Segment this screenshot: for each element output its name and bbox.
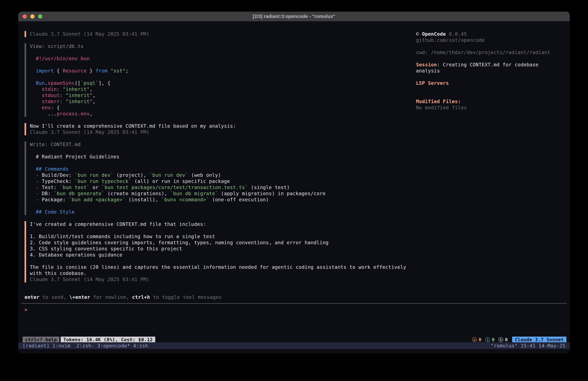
session-sidebar: © OpenCode 0.0.45github.com/sst/opencode… [416,31,570,111]
hint-count: 0 [505,337,508,342]
model-badge: Claude 3.7 Sonnet [512,336,566,343]
prompt-input[interactable]: > [24,307,564,313]
info-icon: i [485,337,490,342]
tool-call-write-block: Write: CONTEXT.md # Radiant Project Guid… [24,141,418,215]
traffic-lights [22,12,42,21]
opencode-tui: Claude 3.7 Sonnet (14 May 2025 03:41 PM)… [18,21,570,354]
warning-icon: w [472,337,477,342]
diagnostics-hint: h 0 [499,337,508,342]
window-titlebar: [2/3] radiant:3:opencode - "romulus" [18,12,570,21]
assistant-summary-message: I've created a comprehensive CONTEXT.md … [24,221,418,283]
tmux-host-clock: "romulus" 15:41 14-May-25 [491,343,566,349]
tmux-windows-list[interactable]: [radiant] 1:nvim 2:zsh- 3:opencode* 4:zs… [22,343,148,349]
assistant-message: Now I'll create a comprehensive CONTEXT.… [24,123,418,135]
minimize-button[interactable] [30,14,35,19]
diagnostics-warning: w 0 [472,337,481,342]
status-bar: ctrl+? help Tokens: 16.4K (8%), Cost: $0… [22,336,566,343]
diagnostics-info: i 0 [485,337,494,342]
warning-count: 0 [479,337,481,342]
chat-history: Claude 3.7 Sonnet (14 May 2025 03:41 PM)… [24,31,418,289]
help-shortcut-badge: ctrl+? help [22,336,59,343]
tokens-cost-badge: Tokens: 16.4K (8%), Cost: $0.12 [61,336,155,343]
keybinding-hint: enter to send, \+enter for newline, ctrl… [24,294,222,300]
tool-call-view-block: View: script/db.ts #!/usr/bin/env bun im… [24,43,418,117]
window-title: [2/3] radiant:3:opencode - "romulus" [253,14,335,19]
info-count: 0 [492,337,494,342]
statusbar-right: w 0 i 0 h 0 Claude 3.7 Sonnet [472,336,566,343]
close-button[interactable] [22,14,27,19]
terminal-window: [2/3] radiant:3:opencode - "romulus" Cla… [18,12,570,354]
hint-icon: h [499,337,503,342]
assistant-message-header: Claude 3.7 Sonnet (14 May 2025 03:41 PM) [24,31,418,37]
input-divider [21,303,567,304]
tmux-status-bar: [radiant] 1:nvim 2:zsh- 3:opencode* 4:zs… [18,342,570,349]
zoom-button[interactable] [38,14,42,19]
